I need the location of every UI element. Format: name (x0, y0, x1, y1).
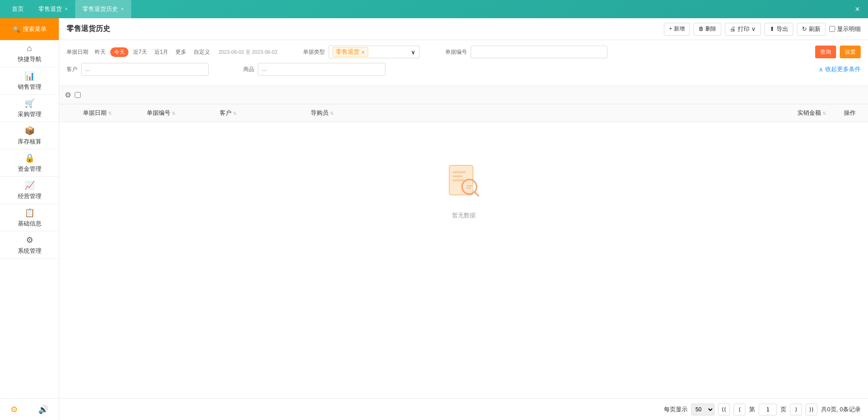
tab-retail-return-history[interactable]: 零售退货历史 × (75, 0, 131, 18)
refresh-button[interactable]: ↻ 刷新 (797, 23, 826, 36)
print-chevron-icon: ∨ (751, 26, 756, 32)
page-total: 共0页, 0条记录 (821, 405, 861, 414)
window-close-button[interactable]: × (851, 5, 863, 14)
tab-home-label: 首页 (12, 5, 24, 13)
th-customer-label: 客户 (220, 109, 231, 116)
date-btn-more[interactable]: 更多 (173, 47, 189, 57)
sidebar-item-purchase-label: 采购管理 (18, 110, 41, 118)
basic-info-icon: 📋 (25, 208, 35, 218)
empty-state-icon (441, 159, 487, 204)
date-btn-custom[interactable]: 自定义 (191, 47, 213, 57)
pagination-bar: 每页显示 50 100 200 ⟨⟨ ⟨ 第 页 ⟩ ⟩⟩ 共0页, 0条记录 (59, 398, 868, 420)
page-first-button[interactable]: ⟨⟨ (718, 404, 730, 415)
filter-customer: 客户 (67, 63, 209, 76)
sidebar-item-basic-info[interactable]: 📋 基础信息 (0, 204, 59, 231)
th-spacer (396, 104, 763, 122)
audio-bottom-icon[interactable]: 🔊 (38, 405, 48, 415)
sidebar-item-operations[interactable]: 📈 经营管理 (0, 177, 59, 204)
query-button[interactable]: 查询 (815, 46, 836, 58)
collapse-label: 收起更多条件 (825, 65, 861, 73)
show-detail-label: 显示明细 (829, 25, 861, 33)
filter-row-1: 单据日期 昨天 今天 近7天 近1月 更多 自定义 2023-06-02 至 2… (67, 46, 861, 58)
th-number[interactable]: 单据编号 ⇅ (141, 104, 214, 122)
filter-date: 单据日期 昨天 今天 近7天 近1月 更多 自定义 2023-06-02 至 2… (67, 47, 277, 57)
sidebar-item-operations-label: 经营管理 (18, 192, 41, 200)
export-icon: ⬆ (770, 26, 775, 32)
sidebar-item-purchase[interactable]: 🛒 采购管理 (0, 95, 59, 122)
date-btn-1month[interactable]: 近1月 (152, 47, 171, 57)
per-page-select[interactable]: 50 100 200 (691, 404, 714, 415)
date-sort-icon: ⇅ (108, 111, 112, 116)
sidebar-item-sales[interactable]: 📊 销售管理 (0, 67, 59, 95)
sidebar-item-quick-nav[interactable]: ⌂ 快捷导航 (0, 40, 59, 67)
per-page-label: 每页显示 (664, 405, 688, 414)
svg-line-6 (474, 192, 478, 196)
filter-number: 单据编号 (445, 46, 607, 58)
th-amount-label: 实销金额 (797, 109, 821, 116)
customer-input[interactable] (81, 63, 209, 76)
select-all-checkbox[interactable] (75, 92, 81, 98)
settings-bottom-icon[interactable]: ⚙ (10, 405, 18, 415)
system-icon: ⚙ (26, 235, 33, 245)
tab-retail-return-history-label: 零售退货历史 (82, 5, 118, 13)
empty-state: 暂无数据 (59, 122, 868, 256)
tab-retail-return-close[interactable]: × (65, 6, 68, 12)
collapse-button[interactable]: ∧ 收起更多条件 (819, 63, 861, 75)
page-input[interactable] (759, 404, 777, 415)
type-tag-value: 零售退货 (336, 48, 360, 56)
home-icon: ⌂ (27, 44, 32, 53)
tab-retail-return-history-close[interactable]: × (121, 6, 124, 12)
th-date-label: 单据日期 (83, 109, 107, 116)
tab-retail-return-label: 零售退货 (38, 5, 62, 13)
th-guide[interactable]: 导购员 ⇅ (305, 104, 396, 122)
export-button[interactable]: ⬆ 导出 (765, 23, 793, 36)
top-bar: 首页 零售退货 × 零售退货历史 × × (0, 0, 868, 18)
date-btn-today[interactable]: 今天 (110, 47, 128, 57)
show-detail-checkbox[interactable] (829, 26, 835, 32)
sidebar-item-sales-label: 销售管理 (18, 83, 41, 91)
svg-rect-2 (452, 175, 462, 177)
date-btn-7days[interactable]: 近7天 (130, 47, 150, 57)
type-select[interactable]: 零售退货 × ∨ (329, 46, 420, 58)
th-date[interactable]: 单据日期 ⇅ (77, 104, 141, 122)
page-label: 第 (749, 405, 755, 414)
add-button[interactable]: + 新增 (664, 23, 689, 36)
table-header-row: 单据日期 ⇅ 单据编号 ⇅ 客户 ⇅ 导购员 (59, 104, 868, 122)
th-guide-label: 导购员 (311, 109, 329, 116)
delete-button[interactable]: 🗑 删除 (693, 23, 721, 36)
th-operation-label: 操作 (844, 109, 856, 116)
th-customer[interactable]: 客户 ⇅ (214, 104, 305, 122)
tab-retail-return[interactable]: 零售退货 × (31, 0, 75, 18)
tab-home[interactable]: 首页 (5, 0, 31, 18)
sidebar-bottom: ⚙ 🔊 (0, 398, 59, 420)
finance-icon: 🔒 (25, 153, 35, 163)
date-range-display: 2023-06-02 至 2023-06-02 (218, 49, 277, 56)
customer-sort-icon: ⇅ (233, 111, 236, 116)
page-last-button[interactable]: ⟩⟩ (806, 404, 817, 415)
th-amount[interactable]: 实销金额 ⇅ (763, 104, 832, 122)
number-input[interactable] (471, 46, 607, 58)
purchase-icon: 🛒 (25, 98, 35, 108)
table-setting-icon[interactable]: ⚙ (65, 91, 71, 99)
content-area: 零售退货历史 + 新增 🗑 删除 🖨 🖨 打印 打印 ∨ ⬆ 导出 ↻ 刷新 显… (59, 18, 868, 420)
settings-button[interactable]: 设置 (840, 46, 861, 58)
th-operation: 操作 (832, 104, 868, 122)
sidebar-item-finance[interactable]: 🔒 资金管理 (0, 149, 59, 177)
operations-icon: 📈 (25, 180, 35, 190)
svg-rect-1 (452, 171, 466, 173)
print-button[interactable]: 🖨 🖨 打印 打印 ∨ (725, 23, 761, 36)
page-prev-button[interactable]: ⟨ (734, 404, 745, 415)
sidebar-item-system[interactable]: ⚙ 系统管理 (0, 231, 59, 259)
sidebar-item-inventory[interactable]: 📦 库存核算 (0, 122, 59, 149)
th-checkbox (59, 104, 77, 122)
sidebar-item-system-label: 系统管理 (18, 247, 41, 255)
action-buttons: 查询 设置 (815, 46, 861, 58)
sidebar-item-basic-info-label: 基础信息 (18, 220, 41, 228)
goods-input[interactable] (258, 63, 385, 76)
guide-sort-icon: ⇅ (330, 111, 334, 116)
page-next-button[interactable]: ⟩ (790, 404, 802, 415)
collapse-container: ∧ 收起更多条件 (819, 63, 861, 75)
sidebar-search[interactable]: 🔍 搜索菜单 (0, 18, 59, 40)
date-btn-yesterday[interactable]: 昨天 (92, 47, 108, 57)
type-tag-close[interactable]: × (361, 49, 365, 56)
